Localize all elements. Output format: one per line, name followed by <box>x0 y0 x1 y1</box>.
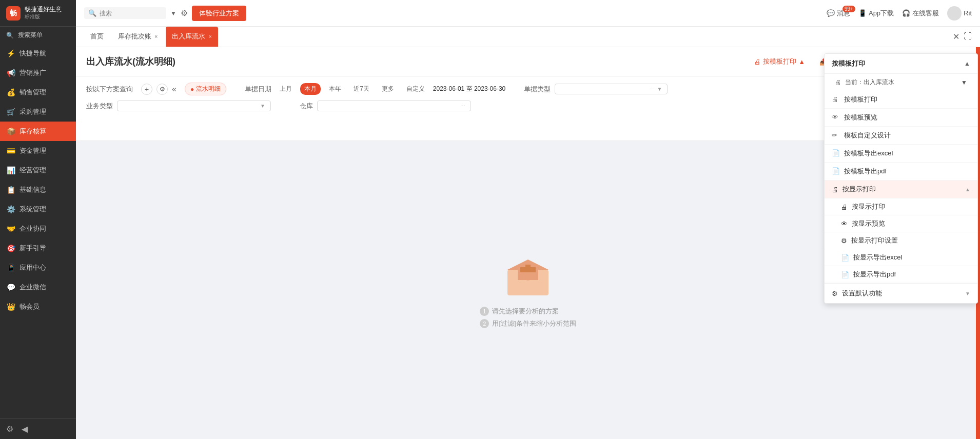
tabs-actions: ✕ ⛶ <box>953 32 972 42</box>
footer-settings-icon: ⚙ <box>832 290 838 297</box>
display-print-label: 按显示打印 <box>852 202 885 211</box>
display-section-icon: 🖨 <box>832 186 838 193</box>
svg-point-5 <box>525 274 531 281</box>
sub-item-display-pdf[interactable]: 📄 按显示导出pdf <box>825 266 977 283</box>
sidebar-item-finance[interactable]: 💳 资金管理 <box>0 141 76 161</box>
user-profile-btn[interactable]: Rit <box>947 6 972 21</box>
dropdown-scroll: 按模板打印 ▲ 🖨 当前：出入库流水 ▼ 🖨 按模板打印 <box>825 54 977 303</box>
sidebar-item-basic-info[interactable]: 📋 基础信息 <box>0 180 76 199</box>
header-search-input[interactable] <box>100 10 151 17</box>
print-template-label: 按模板打印 <box>763 57 796 66</box>
step-2-badge: 2 <box>480 319 489 328</box>
sidebar-item-member[interactable]: 👑 畅会员 <box>0 297 76 316</box>
print-template-btn[interactable]: 🖨 按模板打印 ▲ <box>750 55 809 68</box>
dropdown-footer[interactable]: ⚙ 设置默认功能 ▼ <box>825 283 977 303</box>
trial-btn[interactable]: 体验行业方案 <box>192 6 246 21</box>
search-icon: 🔍 <box>6 32 14 39</box>
sub-item-display-excel[interactable]: 📄 按显示导出excel <box>825 249 977 266</box>
collapse-sidebar-icon[interactable]: ◀ <box>22 424 28 434</box>
sidebar-item-marketing[interactable]: 📢 营销推广 <box>0 63 76 83</box>
date-tab-current-year[interactable]: 本年 <box>325 83 345 95</box>
sub-item-display-print[interactable]: 🖨 按显示打印 <box>825 198 977 215</box>
settings-icon[interactable]: ⚙ <box>6 424 13 434</box>
dropdown-item-template-excel[interactable]: 📄 按模板导出excel <box>825 145 977 163</box>
sidebar-item-operations[interactable]: 📊 经营管理 <box>0 161 76 180</box>
purchase-label: 采购管理 <box>19 107 46 116</box>
display-pdf-icon: 📄 <box>841 271 849 278</box>
business-type-group: 业务类型 ▼ <box>86 101 271 111</box>
empty-hint-1: 1 请先选择要分析的方案 <box>480 307 576 316</box>
date-tab-current-month[interactable]: 本月 <box>300 83 321 95</box>
tab-batch-account-close[interactable]: × <box>154 33 158 39</box>
sidebar-item-inventory[interactable]: 📦 库存核算 <box>0 122 76 141</box>
tabs-bar: 首页 库存批次账 × 出入库流水 × ✕ ⛶ <box>76 27 980 47</box>
tab-home[interactable]: 首页 <box>84 27 110 47</box>
doc-type-select[interactable]: ⋯ ▼ <box>555 84 668 94</box>
display-excel-icon: 📄 <box>841 254 849 262</box>
app-center-icon: 📱 <box>6 263 15 272</box>
sidebar-item-sales[interactable]: 💰 销售管理 <box>0 83 76 102</box>
empty-hint-2-text: 用[过滤]条件来缩小分析范围 <box>492 319 576 328</box>
dropdown-item-template-print[interactable]: 🖨 按模板打印 <box>825 91 977 109</box>
filter-add-btn[interactable]: + <box>141 84 152 95</box>
basic-info-icon: 📋 <box>6 185 15 194</box>
maximize-tab-icon[interactable]: ⛶ <box>964 32 972 42</box>
sidebar-item-wechat[interactable]: 💬 企业微信 <box>0 277 76 297</box>
warehouse-group: 仓库 ⋯ <box>300 101 471 111</box>
notification-icon: 💬 <box>827 9 835 17</box>
header-gear-icon[interactable]: ⚙ <box>181 8 188 18</box>
quick-nav-label: 快捷导航 <box>19 49 46 58</box>
dropdown-display-section[interactable]: 🖨 按显示打印 ▲ <box>825 181 977 198</box>
sidebar-nav: ⚡ 快捷导航 📢 营销推广 💰 销售管理 🛒 采购管理 📦 库存核算 💳 资金管… <box>0 44 76 418</box>
header-search-box[interactable]: 🔍 <box>84 7 166 19</box>
sidebar-item-guide[interactable]: 🎯 新手引导 <box>0 238 76 258</box>
online-service-label: 在线客服 <box>912 9 939 18</box>
sidebar-item-enterprise[interactable]: 🤝 企业协同 <box>0 219 76 238</box>
system-label: 系统管理 <box>19 205 46 214</box>
sub-item-display-preview[interactable]: 👁 按显示预览 <box>825 215 977 232</box>
tab-flow-close[interactable]: × <box>208 33 211 39</box>
business-type-select[interactable]: ▼ <box>117 101 271 111</box>
svg-rect-4 <box>525 265 531 272</box>
sidebar-item-purchase[interactable]: 🛒 采购管理 <box>0 102 76 122</box>
filter-settings-btn[interactable]: ⚙ <box>156 84 168 95</box>
sidebar-item-app-center[interactable]: 📱 应用中心 <box>0 258 76 277</box>
sidebar-bottom: ⚙ ◀ <box>0 418 76 439</box>
close-tab-icon[interactable]: ✕ <box>953 32 959 42</box>
filter-collapse-btn[interactable]: « <box>172 85 177 94</box>
basic-info-label: 基础信息 <box>19 185 46 194</box>
dropdown-item-template-pdf[interactable]: 📄 按模板导出pdf <box>825 163 977 181</box>
tab-batch-account[interactable]: 库存批次账 × <box>112 27 164 47</box>
notifications-btn[interactable]: 💬 消息 99+ <box>827 9 850 18</box>
date-tab-prev-month[interactable]: 上月 <box>276 83 296 95</box>
logo-subtitle: 标准版 <box>25 13 62 21</box>
page-area: 出入库流水(流水明细) 🖨 按模板打印 ▲ 📤 导出 🔄 刷新 ··· 查询 设… <box>76 47 980 439</box>
tab-flow-label: 出入库流水 <box>172 32 205 41</box>
warehouse-select[interactable]: ⋯ <box>317 101 471 111</box>
tab-flow[interactable]: 出入库流水 × <box>166 27 218 47</box>
dropdown-item-template-custom[interactable]: ✏ 模板自定义设计 <box>825 127 977 145</box>
date-tab-7days[interactable]: 近7天 <box>349 83 374 95</box>
header-dropdown-icon[interactable]: ▼ <box>170 10 177 17</box>
dropdown-item-template-preview[interactable]: 👁 按模板预览 <box>825 109 977 127</box>
inventory-label: 库存核算 <box>19 127 46 136</box>
active-filter-tag[interactable]: ● 流水明细 <box>185 83 226 95</box>
sub-item-display-settings[interactable]: ⚙ 按显示打印设置 <box>825 232 977 249</box>
sidebar-item-system[interactable]: ⚙️ 系统管理 <box>0 199 76 219</box>
sidebar-search[interactable]: 🔍 搜索菜单 <box>0 27 76 44</box>
dropdown-title: 按模板打印 <box>832 59 865 68</box>
doc-type-group: 单据类型 ⋯ ▼ <box>524 84 668 94</box>
empty-svg <box>497 249 559 301</box>
avatar <box>947 6 962 21</box>
app-download-btn[interactable]: 📱 App下载 <box>858 9 894 18</box>
wechat-icon: 💬 <box>6 283 15 292</box>
dropdown-collapse-icon[interactable]: ▲ <box>964 60 970 67</box>
sidebar-item-quick-nav[interactable]: ⚡ 快捷导航 <box>0 44 76 63</box>
date-tab-custom[interactable]: 自定义 <box>402 83 429 95</box>
online-service-btn[interactable]: 🎧 在线客服 <box>902 9 939 18</box>
filter-action-buttons: + ⚙ « <box>141 84 177 95</box>
enterprise-icon: 🤝 <box>6 224 15 233</box>
date-tab-more[interactable]: 更多 <box>378 83 398 95</box>
dropdown-current-item[interactable]: 🖨 当前：出入库流水 ▼ <box>825 74 977 91</box>
search-label: 搜索菜单 <box>18 31 43 39</box>
